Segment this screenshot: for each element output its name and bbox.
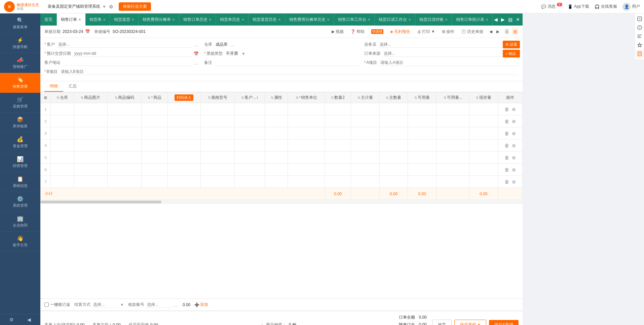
shortcut-btn[interactable]: 快捷键 xyxy=(369,29,385,35)
row-delete-btn[interactable]: 🗑 xyxy=(504,154,510,161)
row-copy-btn[interactable]: ⊕ xyxy=(511,166,517,173)
video-btn[interactable]: ▶ 视频 xyxy=(330,28,346,35)
tab-close-icon[interactable]: ✕ xyxy=(408,18,411,22)
tab-sales-order-history[interactable]: 销售订单历史 ✕ xyxy=(179,13,216,26)
tab-return-history[interactable]: 销货退货历史 ✕ xyxy=(249,13,285,26)
product-code-sort-icon[interactable]: ⇅ xyxy=(115,96,117,99)
customer-input[interactable] xyxy=(57,41,192,48)
sidebar-collapse-icon[interactable]: ◀ xyxy=(27,317,31,322)
save-draft-btn[interactable]: 保存草稿 ▼ xyxy=(454,320,486,325)
tab-close-icon[interactable]: ✕ xyxy=(241,18,244,22)
help-btn[interactable]: ❓ 帮助 xyxy=(348,28,367,35)
tab-close-icon[interactable]: ✕ xyxy=(209,18,212,22)
delivery-date-input[interactable] xyxy=(73,50,192,57)
settings-panel-btn[interactable]: ⚙ 设置 xyxy=(503,41,520,48)
detail-tab-summary[interactable]: 汇总 xyxy=(63,81,82,92)
list-view-btn[interactable]: ☰ xyxy=(503,28,510,36)
row-copy-btn[interactable]: ⊕ xyxy=(511,106,517,113)
row-copy-btn[interactable]: ⊕ xyxy=(511,118,517,125)
account-input[interactable] xyxy=(146,301,173,308)
tab-close-icon[interactable]: ✕ xyxy=(78,18,81,22)
history-btn[interactable]: 🕐 历史单据 xyxy=(459,28,485,35)
row-delete-btn[interactable]: 🗑 xyxy=(504,106,510,113)
sidebar-item-sys-mgmt[interactable]: ⚙️ 系统管理 xyxy=(0,192,40,212)
tab-fee-split-history[interactable]: 销售费用分摊单历史 ✕ xyxy=(285,13,334,26)
next-record-btn[interactable]: ▶ xyxy=(495,28,501,35)
save-draft-dropdown-icon[interactable]: ▼ xyxy=(477,323,481,325)
sidebar-item-enterprise[interactable]: 🏢 企业协同 xyxy=(0,212,40,232)
current-stock-sort-icon[interactable]: ⇅ xyxy=(476,96,479,99)
notes-input[interactable] xyxy=(214,59,358,66)
sidebar-item-quick-nav[interactable]: ⚡ 快捷导航 xyxy=(0,33,40,53)
col-settings[interactable]: ⚙ xyxy=(41,92,51,103)
customer-expand-icon[interactable]: … xyxy=(194,42,199,47)
invoice-dropdown-icon[interactable]: ▼ xyxy=(241,51,245,56)
sidebar-settings-icon[interactable]: ⚙ xyxy=(9,317,14,322)
attr-sort-icon[interactable]: ⇅ xyxy=(271,96,273,99)
product-image-sort-icon[interactable]: ⇅ xyxy=(81,96,83,99)
warehouse-sort-icon[interactable]: ⇅ xyxy=(56,96,59,99)
side-icon-4[interactable] xyxy=(636,41,644,49)
tab-next-btn[interactable]: ▶ xyxy=(500,15,506,24)
tab-menu-btn[interactable]: ▤ xyxy=(507,15,514,24)
tab-close-icon[interactable]: ✕ xyxy=(486,18,488,22)
order-source-input[interactable] xyxy=(382,50,511,57)
profit-btn[interactable]: ◈ 毛利预告 xyxy=(388,28,412,35)
address-expand-icon[interactable]: … xyxy=(194,60,199,66)
ops-btn[interactable]: ⊞ 操作 xyxy=(440,28,456,35)
a-project-input[interactable] xyxy=(379,59,519,66)
online-service-btn[interactable]: 🎧 在线客服 xyxy=(595,4,617,9)
scan-btn[interactable]: 扫码录入 xyxy=(175,94,193,101)
prev-record-btn[interactable]: ◀ xyxy=(488,28,494,35)
sidebar-item-marketing[interactable]: 📣 营销推广 xyxy=(0,53,40,73)
scrollbar-thumb[interactable] xyxy=(40,201,161,203)
tab-home[interactable]: 首页 xyxy=(40,13,57,26)
sidebar-item-inventory[interactable]: 📦 库存核算 xyxy=(0,113,40,132)
add-row-btn[interactable]: ➕ 添加 xyxy=(194,302,208,308)
goods-panel-btn[interactable]: + 物品 xyxy=(503,50,520,57)
tab-sales-return[interactable]: 销货单 ✕ xyxy=(85,13,110,26)
spec-sort-icon[interactable]: ⇅ xyxy=(208,96,211,99)
row-delete-btn[interactable]: 🗑 xyxy=(504,178,510,185)
dropdown-arrow-icon[interactable]: ▼ xyxy=(102,4,106,9)
sidebar-item-search-menu[interactable]: 🔍 搜索菜单 xyxy=(0,13,40,33)
salesperson-input[interactable] xyxy=(378,41,512,48)
tab-cash-clear-workbench[interactable]: 钱货日清工作台 ✕ xyxy=(375,13,415,26)
sidebar-item-finance[interactable]: 💰 资金管理 xyxy=(0,132,40,152)
qty2-sort-icon[interactable]: ⇅ xyxy=(331,96,334,99)
tab-cash-reconcile[interactable]: 钱货日清对账 ✕ xyxy=(415,13,452,26)
tab-close-icon[interactable]: ✕ xyxy=(368,18,370,22)
sidebar-item-sales-mgmt[interactable]: 🏷️ 销售管理 xyxy=(0,73,40,93)
sidebar-item-base-info[interactable]: 📋 基础信息 xyxy=(0,172,40,192)
tab-close-icon[interactable]: ✕ xyxy=(103,18,106,22)
horizontal-scrollbar[interactable] xyxy=(40,200,523,204)
warehouse-expand-icon[interactable]: … xyxy=(230,42,234,47)
account-expand-icon[interactable]: … xyxy=(174,302,179,308)
user-avatar[interactable]: 👤 用户 xyxy=(622,3,640,11)
row-copy-btn[interactable]: ⊕ xyxy=(511,178,517,185)
detail-tab-detail[interactable]: 明细 xyxy=(44,81,63,92)
one-click-checkbox[interactable] xyxy=(44,302,49,307)
tab-sales-order-workbench[interactable]: 销售订单工作台 ✕ xyxy=(334,13,375,26)
payment-method-dropdown-icon[interactable]: ▼ xyxy=(120,302,124,307)
row-delete-btn[interactable]: 🗑 xyxy=(504,166,510,173)
save-new-btn[interactable]: 保存&新增 xyxy=(489,320,519,325)
print-dropdown-icon[interactable]: ▼ xyxy=(431,29,435,34)
one-click-checkbox-label[interactable]: 一键收订金 xyxy=(44,302,70,308)
payment-method-input[interactable] xyxy=(92,301,119,308)
tab-close-all-btn[interactable]: ✕ xyxy=(515,15,521,24)
row-copy-btn[interactable]: ⊕ xyxy=(511,154,517,161)
sales-unit-sort-icon[interactable]: ⇅ xyxy=(296,96,298,99)
row-delete-btn[interactable]: 🗑 xyxy=(504,130,510,137)
row-delete-btn[interactable]: 🗑 xyxy=(504,142,510,149)
customer-address-input[interactable] xyxy=(63,59,192,66)
tab-sales-return2[interactable]: 销货退货 ✕ xyxy=(110,13,139,26)
b-project-input[interactable] xyxy=(60,69,519,75)
row-copy-btn[interactable]: ⊕ xyxy=(511,142,517,149)
tab-sales-order[interactable]: 销售订单 ✕ xyxy=(57,13,85,26)
tab-sales-fee-split[interactable]: 销售费用分摊单 ✕ xyxy=(139,13,179,26)
sidebar-item-newbie[interactable]: 👋 新手引导 xyxy=(0,232,40,251)
row-delete-btn[interactable]: 🗑 xyxy=(504,118,510,125)
side-icon-2[interactable]: i xyxy=(636,24,644,32)
side-icon-3[interactable] xyxy=(636,32,644,40)
